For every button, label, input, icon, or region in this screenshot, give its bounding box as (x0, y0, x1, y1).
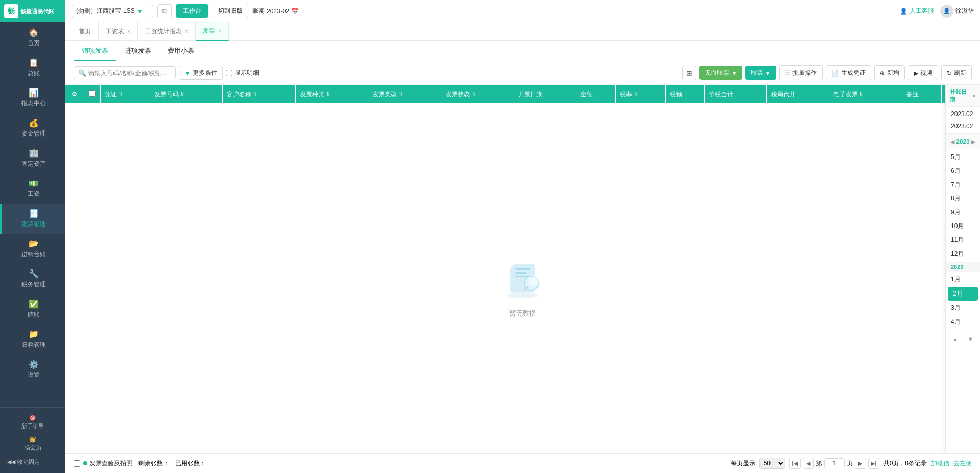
per-page-select[interactable]: 50 100 200 (759, 458, 785, 469)
sidebar-collapse-btn[interactable]: ◀◀ 收消固定 (2, 455, 63, 469)
tabbar: 首页 工资表 × 工资统计报表 × 发票 × (65, 22, 980, 41)
service-icon: 👤 (900, 8, 907, 15)
sidebar-item-invoice[interactable]: 🧾 发票管理 (0, 204, 65, 234)
take-label: 取票 (751, 69, 763, 77)
company-selector[interactable]: (勿删）江西股宝-LSS ▼ (72, 5, 153, 17)
date-item-11[interactable]: 11月 (946, 233, 980, 247)
last-page-button[interactable]: ▶| (868, 458, 879, 469)
th-invoice-type[interactable]: 发票种类 ⇅ (295, 85, 368, 103)
verify-label: 发票查验及拍照 (89, 459, 132, 468)
th-invoice-cat[interactable]: 发票类型 ⇅ (368, 85, 441, 103)
date-item-12[interactable]: 12月 (946, 247, 980, 261)
date-item-9[interactable]: 9月 (946, 206, 980, 219)
show-detail-checkbox[interactable] (226, 70, 232, 76)
date-item-2023-2[interactable]: 2月 (948, 287, 978, 301)
sidebar-item-home[interactable]: 🏠 首页 (0, 22, 65, 53)
sidebar-item-archive[interactable]: 📁 归档管理 (0, 324, 65, 354)
date-item-10[interactable]: 10月 (946, 219, 980, 233)
close-invoice-tab[interactable]: × (218, 28, 221, 34)
refresh-button[interactable]: ↻ 刷新 (941, 65, 972, 80)
verify-checkbox[interactable] (74, 460, 80, 467)
subtab-expense[interactable]: 费用小票 (159, 41, 202, 61)
sidebar-item-assets[interactable]: 🏢 固定资产 (0, 143, 65, 173)
more-filter-button[interactable]: ▼ 更多条件 (179, 66, 223, 80)
tab-salary[interactable]: 工资表 × (99, 22, 138, 41)
date-item-2023-3-label: 3月 (951, 304, 961, 312)
next-page-button[interactable]: ▶ (855, 458, 866, 469)
date-down-icon[interactable]: ▼ (965, 333, 976, 345)
take-ticket-button[interactable]: 取票 ▼ (745, 66, 776, 80)
date-item-2023-3[interactable]: 3月 (946, 301, 980, 315)
date-panel: 开账日期 × 2023.02 2023.02 ◀ 2023 ▶ (945, 85, 980, 453)
used-text: 已用张数： (175, 460, 206, 467)
sidebar-item-member[interactable]: 👑 畅会员 (2, 433, 63, 455)
th-checkbox[interactable] (84, 85, 100, 103)
refresh-label: 刷新 (954, 69, 966, 77)
sidebar-item-guide[interactable]: 🎯 新手引导 (2, 412, 63, 433)
date-item-7[interactable]: 7月 (946, 178, 980, 192)
subtab-purchase-invoice[interactable]: 进项发票 (116, 41, 159, 61)
search-box[interactable]: 🔍 (74, 66, 176, 79)
grid-icon: ⊞ (686, 69, 692, 77)
sidebar-item-sales[interactable]: 📂 进销台账 (0, 234, 65, 264)
date-up-icon[interactable]: ▲ (950, 333, 961, 345)
tab-salary-stats[interactable]: 工资统计报表 × (138, 22, 196, 41)
sidebar-item-reports[interactable]: 📊 报表中心 (0, 83, 65, 113)
join-wechat-link[interactable]: 加微信 (931, 459, 949, 468)
date-panel-close-button[interactable]: × (972, 92, 976, 100)
date-item-2023-1[interactable]: 1月 (946, 273, 980, 286)
date-item-8[interactable]: 8月 (946, 192, 980, 206)
date-item-2023-4[interactable]: 4月 (946, 315, 980, 329)
prev-year-button[interactable]: ◀ (949, 136, 956, 147)
svg-rect-4 (515, 272, 526, 274)
current-year-label[interactable]: 2023 (956, 138, 970, 145)
batch-ops-button[interactable]: ☰ 批量操作 (779, 65, 823, 80)
column-settings-button[interactable]: ⊞ (682, 66, 696, 80)
th-tax-rate[interactable]: 税率 ⇅ (616, 85, 665, 103)
th-customer[interactable]: 客户名称 ⇅ (223, 85, 295, 103)
go-left-link[interactable]: 去左侧 (953, 459, 972, 468)
th-invoice-status[interactable]: 发票状态 ⇅ (441, 85, 514, 103)
member-label: 畅会员 (25, 444, 41, 452)
customer-service-button[interactable]: 👤 人工客服 (900, 7, 934, 15)
sidebar-item-ledger[interactable]: 📋 总账 (0, 53, 65, 83)
no-cancel-button[interactable]: 无血取票 ▼ (699, 66, 742, 80)
sidebar-item-finance[interactable]: 💰 资金管理 (0, 113, 65, 143)
invoice-verify-btn[interactable]: 发票查验及拍照 (74, 459, 132, 468)
th-voucher[interactable]: 凭证 ⇅ (100, 85, 150, 103)
avatar-icon: 👤 (943, 8, 950, 14)
switch-version-button[interactable]: 切到旧版 (213, 4, 248, 18)
close-salary-tab[interactable]: × (127, 29, 130, 34)
new-icon: ⊕ (880, 70, 885, 77)
gen-voucher-label: 生成凭证 (841, 69, 866, 77)
sidebar-item-settings[interactable]: ⚙️ 设置 (0, 354, 65, 385)
sidebar-item-salary[interactable]: 💵 工资 (0, 173, 65, 204)
next-year-button[interactable]: ▶ (970, 136, 977, 147)
date-item-2023-02-second[interactable]: 2023.02 (946, 120, 980, 132)
sidebar-item-tax[interactable]: 🔧 税务管理 (0, 264, 65, 294)
sidebar-item-closing[interactable]: ✅ 结账 (0, 294, 65, 324)
gen-voucher-button[interactable]: 📄 生成凭证 (826, 65, 871, 80)
sidebar-item-label: 结账 (28, 310, 40, 319)
first-page-button[interactable]: |◀ (789, 458, 801, 469)
close-salary-stats-tab[interactable]: × (185, 29, 188, 34)
date-item-2023-2-label: 2月 (953, 289, 963, 298)
date-item-2023-02-top[interactable]: 2023.02 (946, 108, 980, 120)
copy-button[interactable]: ⧉ (157, 4, 172, 18)
search-input[interactable] (88, 70, 171, 77)
tab-home[interactable]: 首页 (72, 22, 99, 41)
video-button[interactable]: ▶ 视频 (908, 65, 938, 80)
date-item-6[interactable]: 6月 (946, 164, 980, 178)
user-info[interactable]: 👤 徐溢华 (940, 5, 974, 18)
select-all-checkbox[interactable] (89, 90, 96, 97)
prev-page-button[interactable]: ◀ (803, 458, 814, 469)
tab-invoice[interactable]: 发票 × (196, 22, 229, 41)
new-invoice-button[interactable]: ⊕ 新增 (874, 65, 905, 80)
page-input[interactable] (824, 458, 845, 468)
workbench-button[interactable]: 工作台 (176, 4, 208, 18)
th-amount-label: 金额 (580, 90, 593, 99)
date-item-5[interactable]: 5月 (946, 150, 980, 164)
subtab-sales-invoice[interactable]: 销项发票 (74, 41, 116, 61)
th-invoice-no[interactable]: 发票号码 ⇅ (150, 85, 222, 103)
th-electronic[interactable]: 电子发票 ⇅ (829, 85, 902, 103)
